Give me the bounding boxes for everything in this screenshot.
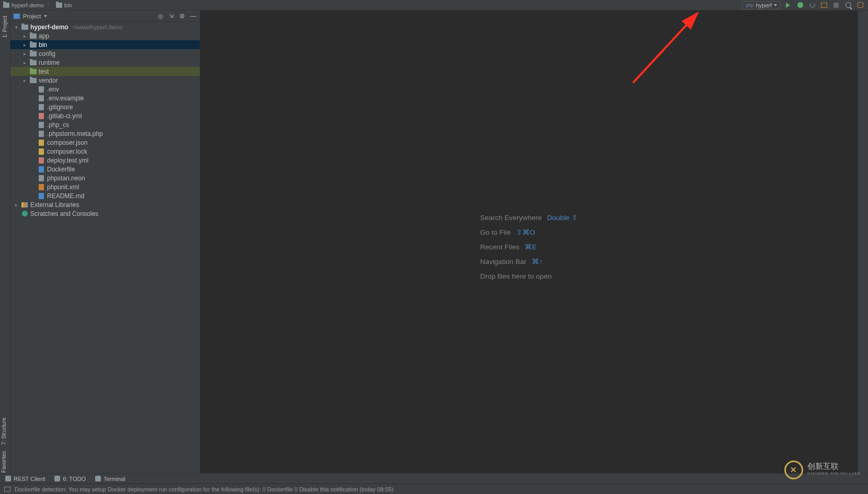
tree-node[interactable]: .gitignore [10,102,200,111]
tree-node-label: Dockerfile [47,166,75,173]
tree-node-label: .phpstorm.meta.php [47,130,103,137]
update-icon [858,2,863,8]
file-icon [39,86,44,93]
rest-icon [5,476,11,481]
welcome-label: Search Everywhere [480,211,542,225]
stop-button[interactable] [831,1,841,10]
toolbar: php hyperf [742,1,865,10]
tree-node[interactable]: .env.example [10,94,200,102]
expander-icon[interactable] [22,51,27,56]
project-tool-window: Project hyperf-demo~/www/hyperf-demoappb… [10,10,200,484]
coverage-button[interactable] [807,1,817,10]
todo-icon [54,476,60,481]
update-button[interactable] [855,1,865,10]
tree-node[interactable]: test [10,67,200,76]
tree-node-label: composer.lock [47,148,87,155]
tree-node[interactable]: vendor [10,76,200,85]
search-button[interactable] [843,1,853,10]
locate-icon[interactable] [157,13,164,19]
bug-icon [797,2,803,8]
welcome-shortcut: ⌘↑ [532,255,543,269]
tree-node[interactable]: runtime [10,58,200,67]
tree-node[interactable]: composer.lock [10,147,200,156]
tree-node[interactable]: .phpstorm.meta.php [10,129,200,138]
breadcrumb-item[interactable]: bin [56,2,72,8]
tree-node-label: bin [39,41,47,49]
bottom-tool-stripe: REST Client6: TODOTerminal [0,473,868,484]
editor-empty-state[interactable]: Search EverywhereDouble ⇧Go to File⇧⌘ORe… [200,10,858,484]
tree-node[interactable]: Scratches and Consoles [10,209,200,218]
tree-node-label: hyperf-demo [30,24,68,31]
tree-node[interactable]: .php_cs [10,120,200,129]
tree-node-label: .env.example [47,95,84,102]
folder-test-icon [30,69,37,74]
play-icon [786,3,790,8]
tree-node[interactable]: phpunit.xml [10,182,200,191]
run-button[interactable] [783,1,793,10]
watermark-logo-icon: ✕ [784,461,803,479]
folder-icon [3,3,9,8]
tree-node-label: vendor [39,77,58,84]
profile-button[interactable] [819,1,829,10]
xml-icon [39,184,44,190]
tree-node[interactable]: README.md [10,191,200,200]
welcome-row: Drop files here to open [480,269,577,284]
bottom-tab-terminal[interactable]: Terminal [95,476,125,482]
tree-node-label: External Libraries [30,201,79,209]
tree-node[interactable]: config [10,49,200,58]
welcome-label: Drop files here to open [480,269,552,284]
bottom-tab--todo[interactable]: 6: TODO [54,476,86,482]
tree-node[interactable]: bin [10,40,200,49]
json-icon [39,140,44,146]
welcome-hints: Search EverywhereDouble ⇧Go to File⇧⌘ORe… [480,211,577,284]
tree-node[interactable]: .gitlab-ci.yml [10,111,200,120]
file-icon [39,104,44,110]
profile-icon [821,3,827,8]
tree-node[interactable]: Dockerfile [10,165,200,174]
expander-icon[interactable] [14,25,19,30]
collapse-icon[interactable] [168,13,175,19]
tree-node[interactable]: External Libraries [10,200,200,209]
breadcrumb-separator: 〉 [47,1,53,9]
tree-node[interactable]: phpstan.neon [10,174,200,182]
status-bar: Dockerfile detection: You may setup Dock… [0,484,868,494]
expander-icon[interactable] [14,202,19,208]
watermark-sub: CHUANG XIN HU LIAN [807,470,861,477]
tree-node[interactable]: .env [10,85,200,94]
project-panel-title[interactable]: Project [14,13,47,19]
tree-node-label: phpstan.neon [47,175,85,182]
yml-icon [39,113,44,119]
tree-node[interactable]: app [10,31,200,40]
expander-icon[interactable] [22,42,27,48]
bottom-tab-rest-client[interactable]: REST Client [5,476,45,482]
breadcrumb-item[interactable]: hyperf-demo [3,2,44,8]
project-tree[interactable]: hyperf-demo~/www/hyperf-demoappbinconfig… [10,22,200,484]
tree-node-label: .env [47,86,59,93]
tree-node[interactable]: composer.json [10,138,200,147]
folder-icon [30,33,37,39]
tree-node-label: .gitignore [47,104,73,111]
expander-icon[interactable] [22,60,27,65]
welcome-label: Go to File [480,225,511,240]
breadcrumb-label: bin [64,2,72,8]
run-configuration-selector[interactable]: php hyperf [742,1,781,9]
hide-icon[interactable] [190,13,197,19]
tree-node[interactable]: deploy.test.yml [10,156,200,165]
status-icon[interactable] [4,487,10,492]
welcome-row: Recent Files⌘E [480,240,577,255]
bottom-tab-label: 6: TODO [63,476,86,482]
tree-node-label: test [39,68,49,75]
file-icon [39,131,44,137]
tree-node[interactable]: hyperf-demo~/www/hyperf-demo [10,22,200,31]
debug-button[interactable] [795,1,805,10]
project-panel-header: Project [10,10,200,22]
tool-tab-structure[interactable]: 7: Structure [0,415,8,448]
gear-icon[interactable] [179,13,186,19]
tool-tab-project[interactable]: 1: Project [0,13,10,41]
expander-icon[interactable] [22,33,27,39]
folder-icon [30,42,37,48]
expander-icon[interactable] [22,78,27,83]
folder-icon [30,60,37,65]
term-icon [95,476,101,481]
tree-node-label: phpunit.xml [47,183,79,191]
